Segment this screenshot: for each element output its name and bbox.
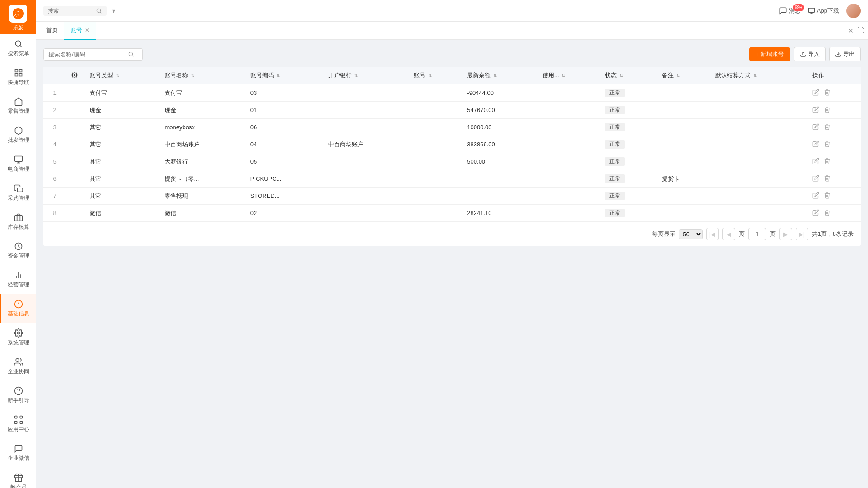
delete-button[interactable] [824,123,830,131]
col-num [43,67,66,84]
col-usage[interactable]: 使用... ⇅ [537,67,599,84]
col-type[interactable]: 账号类型 ⇅ [84,67,159,84]
next-page-button[interactable]: ▶ [779,228,792,240]
per-page-select[interactable]: 50 100 [679,229,703,239]
row-type: 其它 [84,170,159,188]
row-status: 正常 [599,205,656,222]
svg-point-20 [16,359,19,362]
row-account [408,136,462,153]
svg-line-33 [132,56,134,57]
edit-button[interactable] [812,209,819,217]
tab-close-icon[interactable]: ✕ [85,27,90,33]
first-page-button[interactable]: |◀ [706,228,719,240]
close-all-tabs-button[interactable]: ✕ [848,27,854,34]
sidebar-item-search[interactable]: 搜索菜单 [0,34,36,63]
row-account [408,84,462,102]
row-remark [656,205,710,222]
export-button[interactable]: 导出 [829,47,861,61]
app-download-button[interactable]: App下载 [808,7,839,15]
edit-button[interactable] [812,141,819,149]
sidebar-item-label: 企业协同 [8,368,29,375]
tab-home[interactable]: 首页 [40,22,64,40]
row-type: 支付宝 [84,84,159,102]
sidebar-item-purchase[interactable]: 采购管理 [0,178,36,207]
column-settings-icon[interactable] [71,72,78,78]
sidebar-item-finance[interactable]: 资金管理 [0,236,36,265]
last-page-button[interactable]: ▶| [796,228,808,240]
row-remark [656,119,710,136]
col-remark[interactable]: 备注 ⇅ [656,67,710,84]
col-bank[interactable]: 开户银行 ⇅ [323,67,408,84]
delete-button[interactable] [824,106,830,114]
row-bank [323,102,408,119]
table-row: 7 其它 零售抵现 STORED... 正常 [43,188,861,205]
row-remark [656,102,710,119]
svg-point-36 [74,74,75,76]
svg-point-27 [97,9,100,12]
sidebar-item-label: 库存核算 [8,223,29,231]
row-settle [710,153,807,170]
edit-button[interactable] [812,89,819,97]
sidebar-item-collab[interactable]: 企业协同 [0,352,36,381]
status-badge: 正常 [605,157,625,166]
row-balance [462,188,537,205]
sidebar-item-member[interactable]: 畅会员 [0,468,36,488]
edit-button[interactable] [812,158,819,166]
search-input[interactable] [48,51,125,58]
sidebar-item-wholesale[interactable]: 批发管理 [0,121,36,150]
row-balance [462,170,537,188]
sidebar-item-retail[interactable]: 零售管理 [0,92,36,121]
topbar: ▾ 消息 99+ App下载 [36,0,868,22]
sidebar-item-inventory[interactable]: 库存核算 [0,207,36,236]
sidebar-item-operations[interactable]: 经营管理 [0,265,36,294]
topbar-search-input[interactable] [48,8,93,14]
import-button[interactable]: 导入 [794,47,826,61]
col-settings[interactable] [66,67,84,84]
delete-button[interactable] [824,89,830,97]
prev-page-button[interactable]: ◀ [722,228,735,240]
edit-button[interactable] [812,123,819,131]
col-status[interactable]: 状态 ⇅ [599,67,656,84]
message-button[interactable]: 消息 99+ [779,7,801,15]
delete-button[interactable] [824,158,830,166]
logo[interactable]: 乐 乐版 [0,0,36,34]
user-avatar[interactable] [846,4,861,18]
topbar-chevron-icon[interactable]: ▾ [112,7,115,14]
sidebar-item-basic-info[interactable]: 基础信息 [0,294,36,323]
table-row: 4 其它 中百商场账户 04 中百商场账户 383866.00 正常 [43,136,861,153]
delete-button[interactable] [824,175,830,183]
delete-button[interactable] [824,141,830,149]
col-code[interactable]: 账号编码 ⇅ [245,67,323,84]
search-box[interactable] [43,48,143,61]
page-number-input[interactable] [748,228,766,240]
col-account[interactable]: 账号 ⇅ [408,67,462,84]
col-balance[interactable]: 最新余额 ⇅ [462,67,537,84]
sidebar-item-label: 快捷导航 [8,79,29,86]
row-balance: 500.00 [462,153,537,170]
topbar-search-box[interactable] [43,6,107,16]
col-name[interactable]: 账号名称 ⇅ [159,67,245,84]
edit-button[interactable] [812,192,819,200]
sidebar-item-system[interactable]: 系统管理 [0,323,36,352]
account-table: 账号类型 ⇅ 账号名称 ⇅ 账号编码 ⇅ 开户银行 ⇅ 账号 ⇅ 最新余额 ⇅ … [43,67,861,222]
edit-button[interactable] [812,175,819,183]
row-settle [710,84,807,102]
row-num: 8 [43,205,66,222]
sidebar-item-ecommerce[interactable]: 电商管理 [0,150,36,178]
row-code: STORED... [245,188,323,205]
sidebar-item-apps[interactable]: 应用中心 [0,410,36,439]
sidebar-item-label: 畅会员 [10,483,27,488]
col-settle[interactable]: 默认结算方式 ⇅ [710,67,807,84]
add-account-button[interactable]: + 新增账号 [749,47,790,61]
fullscreen-button[interactable]: ⛶ [857,27,864,35]
tab-account[interactable]: 账号 ✕ [64,22,96,40]
delete-button[interactable] [824,209,830,217]
row-settings [66,170,84,188]
row-num: 5 [43,153,66,170]
edit-button[interactable] [812,106,819,114]
sidebar-item-wechat[interactable]: 企业微信 [0,439,36,468]
sidebar-item-quicknav[interactable]: 快捷导航 [0,63,36,92]
sidebar-item-label: 基础信息 [8,310,29,318]
delete-button[interactable] [824,192,830,200]
sidebar-item-guide[interactable]: 新手引导 [0,381,36,410]
